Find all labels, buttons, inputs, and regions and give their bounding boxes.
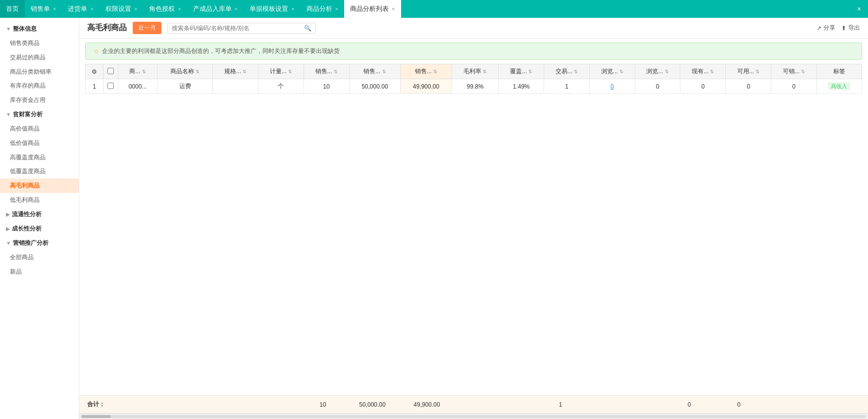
settings-icon[interactable]: ⚙ bbox=[92, 68, 97, 75]
search-input[interactable] bbox=[172, 25, 304, 32]
tab-sales-order[interactable]: 销售单 × bbox=[25, 0, 62, 18]
row-browse1[interactable]: 0 bbox=[589, 79, 635, 94]
sort-icon-coverage[interactable]: ⇅ bbox=[528, 69, 532, 74]
col-available: 可用... ⇅ bbox=[726, 64, 771, 79]
sort-icon-saleable[interactable]: ⇅ bbox=[801, 69, 805, 74]
select-all-checkbox[interactable] bbox=[107, 68, 114, 74]
close-tab-purchase-order[interactable]: × bbox=[90, 6, 93, 12]
close-tab-role-auth[interactable]: × bbox=[178, 6, 181, 12]
sidebar-item-low-value[interactable]: 低价值商品 bbox=[0, 136, 79, 150]
table-container[interactable]: ⚙ 商... ⇅ 商品名称 ⇅ bbox=[79, 64, 868, 395]
sort-icon-sales-profit[interactable]: ⇅ bbox=[433, 69, 437, 74]
chevron-right-icon-2: ▶ bbox=[6, 226, 10, 232]
sidebar-item-high-margin[interactable]: 高毛利商品 bbox=[0, 179, 79, 193]
close-tab-product-analysis-list[interactable]: × bbox=[392, 6, 395, 12]
sort-icon-sales-amount[interactable]: ⇅ bbox=[382, 69, 386, 74]
search-icon[interactable]: 🔍 bbox=[304, 25, 311, 32]
footer-sales-profit: 49,900.00 bbox=[402, 401, 452, 408]
table-row: 1 0000... 运费 个 10 50,000.00 49,900.00 99… bbox=[86, 79, 862, 94]
close-tab-permission-settings[interactable]: × bbox=[134, 6, 137, 12]
close-tab-template-settings[interactable]: × bbox=[291, 6, 294, 12]
period-recent-month-button[interactable]: 近一月 bbox=[133, 22, 161, 34]
col-current-stock: 现有... ⇅ bbox=[680, 64, 726, 79]
scrollbar-thumb[interactable] bbox=[81, 415, 111, 418]
col-saleable: 可销... ⇅ bbox=[771, 64, 817, 79]
col-spec: 规格... ⇅ bbox=[213, 64, 258, 79]
content-area: 高毛利商品 近一月 🔍 ↗ 分享 ⬆ 导出 ☆ 企业的主要的利润都是这部分商品创… bbox=[79, 18, 868, 419]
col-sales-qty: 销售... ⇅ bbox=[304, 64, 349, 79]
tab-product-analysis-list[interactable]: 商品分析列表 × bbox=[344, 0, 401, 18]
sort-icon-current-stock[interactable]: ⇅ bbox=[710, 69, 714, 74]
footer-sales-qty: 10 bbox=[303, 401, 343, 408]
sidebar-item-stock-capital[interactable]: 库存资金占用 bbox=[0, 93, 79, 107]
tab-permission-settings[interactable]: 权限设置 × bbox=[100, 0, 143, 18]
footer-available: 0 bbox=[719, 401, 759, 408]
scrollbar-track[interactable] bbox=[81, 415, 866, 418]
sidebar-group-wealth[interactable]: ▼ 贫财富分析 bbox=[0, 107, 79, 122]
col-checkbox[interactable] bbox=[103, 64, 118, 79]
sidebar-item-high-value[interactable]: 高价值商品 bbox=[0, 122, 79, 136]
row-sales-qty: 10 bbox=[304, 79, 349, 94]
col-settings[interactable]: ⚙ bbox=[86, 64, 103, 79]
row-transaction: 1 bbox=[544, 79, 590, 94]
sidebar-group-growth[interactable]: ▶ 成长性分析 bbox=[0, 222, 79, 236]
footer-sales-amount: 50,000.00 bbox=[353, 401, 392, 408]
row-name: 运费 bbox=[157, 79, 213, 94]
col-browse2: 浏览... ⇅ bbox=[635, 64, 680, 79]
col-code: 商... ⇅ bbox=[118, 64, 157, 79]
col-browse1: 浏览... ⇅ bbox=[589, 64, 635, 79]
tip-icon: ☆ bbox=[94, 48, 99, 55]
tab-template-settings[interactable]: 单据模板设置 × bbox=[244, 0, 300, 18]
row-checkbox[interactable] bbox=[103, 79, 118, 94]
close-tab-product-warehouse[interactable]: × bbox=[235, 6, 238, 12]
row-available: 0 bbox=[726, 79, 771, 94]
sidebar-item-new-goods[interactable]: 新品 bbox=[0, 265, 79, 279]
sort-icon-transaction[interactable]: ⇅ bbox=[574, 69, 578, 74]
footer-bar: 合计： 10 50,000.00 49,900.00 1 0 0 bbox=[79, 395, 868, 413]
export-button[interactable]: ⬆ 导出 bbox=[841, 24, 860, 32]
data-table: ⚙ 商... ⇅ 商品名称 ⇅ bbox=[85, 64, 862, 94]
sidebar-item-low-coverage[interactable]: 低覆盖度商品 bbox=[0, 164, 79, 179]
sort-icon-available[interactable]: ⇅ bbox=[756, 69, 760, 74]
sidebar-group-overall[interactable]: ▼ 整体信息 bbox=[0, 22, 79, 36]
sidebar-item-sales-goods[interactable]: 销售类商品 bbox=[0, 36, 79, 50]
row-current-stock: 0 bbox=[680, 79, 726, 94]
sort-icon-sales-qty[interactable]: ⇅ bbox=[334, 69, 338, 74]
tab-product-analysis[interactable]: 商品分析 × bbox=[301, 0, 344, 18]
sort-icon-spec[interactable]: ⇅ bbox=[243, 69, 247, 74]
sort-icon-browse2[interactable]: ⇅ bbox=[665, 69, 669, 74]
sort-icon-gross-margin[interactable]: ⇅ bbox=[483, 69, 487, 74]
top-navigation: 首页 销售单 × 进货单 × 权限设置 × 角色授权 × 产成品入库单 × 单据… bbox=[0, 0, 868, 18]
tab-home[interactable]: 首页 bbox=[0, 0, 25, 18]
sidebar-group-marketing[interactable]: ▼ 营销推广分析 bbox=[0, 236, 79, 250]
sort-icon-code[interactable]: ⇅ bbox=[142, 69, 146, 74]
footer-label: 合计： bbox=[87, 400, 105, 409]
sort-icon-browse1[interactable]: ⇅ bbox=[619, 69, 623, 74]
chevron-right-icon: ▶ bbox=[6, 212, 10, 217]
sidebar-item-traded-goods[interactable]: 交易过的商品 bbox=[0, 50, 79, 65]
col-tag: 标签 bbox=[817, 64, 862, 79]
share-button[interactable]: ↗ 分享 bbox=[817, 24, 835, 32]
close-all-button[interactable]: × bbox=[850, 0, 868, 18]
sidebar: ▼ 整体信息 销售类商品 交易过的商品 商品分类助销率 有库存的商品 库存资金占… bbox=[0, 18, 79, 419]
sidebar-item-category-rate[interactable]: 商品分类助销率 bbox=[0, 65, 79, 79]
sidebar-item-all-goods[interactable]: 全部商品 bbox=[0, 250, 79, 265]
sort-icon-unit[interactable]: ⇅ bbox=[288, 69, 292, 74]
tab-role-auth[interactable]: 角色授权 × bbox=[143, 0, 187, 18]
tab-purchase-order[interactable]: 进货单 × bbox=[62, 0, 99, 18]
sidebar-item-low-margin[interactable]: 低毛利商品 bbox=[0, 193, 79, 207]
content-header: 高毛利商品 近一月 🔍 ↗ 分享 ⬆ 导出 bbox=[79, 18, 868, 39]
close-tab-product-analysis[interactable]: × bbox=[335, 6, 338, 12]
sort-icon-name[interactable]: ⇅ bbox=[196, 69, 200, 74]
tip-bar: ☆ 企业的主要的利润都是这部分商品创造的，可考虑加大推广，同时关注库存量不要出现… bbox=[85, 43, 862, 60]
tab-product-warehouse[interactable]: 产成品入库单 × bbox=[187, 0, 244, 18]
horizontal-scrollbar[interactable] bbox=[79, 413, 868, 419]
sidebar-group-liquidity[interactable]: ▶ 流通性分析 bbox=[0, 207, 79, 222]
row-tag: 高收入 bbox=[817, 79, 862, 94]
col-coverage: 覆盖... ⇅ bbox=[499, 64, 544, 79]
main-layout: ▼ 整体信息 销售类商品 交易过的商品 商品分类助销率 有库存的商品 库存资金占… bbox=[0, 18, 868, 419]
col-sales-profit: 销售... ⇅ bbox=[401, 64, 452, 79]
close-tab-sales-order[interactable]: × bbox=[53, 6, 56, 12]
sidebar-item-high-coverage[interactable]: 高覆盖度商品 bbox=[0, 150, 79, 165]
sidebar-item-stocked-goods[interactable]: 有库存的商品 bbox=[0, 79, 79, 93]
